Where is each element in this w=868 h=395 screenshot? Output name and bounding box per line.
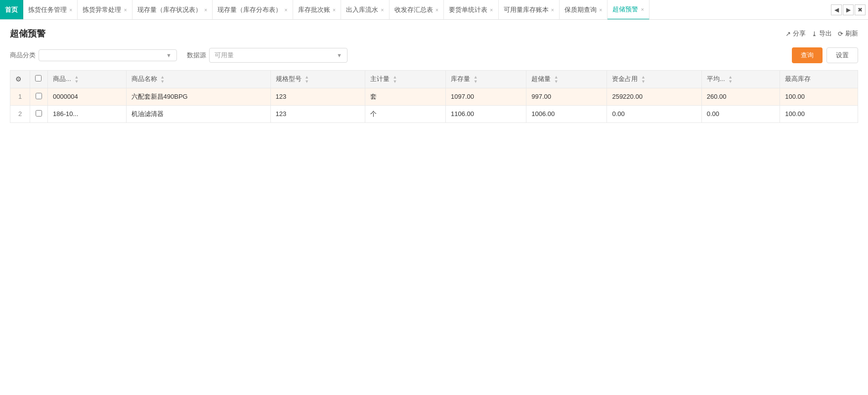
tab-stock-dist[interactable]: 现存量（库存分布表）×	[213, 0, 293, 20]
tab-close-quality[interactable]: ×	[599, 7, 602, 13]
col-settings[interactable]: ⚙	[10, 71, 30, 88]
goods-code-1: 186-10...	[48, 105, 127, 122]
tab-recv-send[interactable]: 收发存汇总表×	[390, 0, 444, 20]
tab-label-order-stat: 要货单统计表	[449, 5, 487, 14]
sort-icon-capital: ▲▼	[641, 75, 646, 84]
spec-1: 123	[270, 105, 365, 122]
datasource-select-value: 可用量	[215, 51, 234, 60]
row-checkbox-1[interactable]	[36, 110, 42, 117]
tab-close-recv-send[interactable]: ×	[435, 7, 438, 13]
tab-next-button[interactable]: ▶	[843, 4, 854, 15]
tab-io-flow[interactable]: 出入库流水×	[341, 0, 389, 20]
col-goods-code-label: 商品...	[53, 75, 71, 82]
sort-icon-goods-code: ▲▼	[74, 75, 79, 84]
tab-task-mgmt[interactable]: 拣货任务管理×	[23, 0, 78, 20]
tab-close-stock-status[interactable]: ×	[204, 7, 207, 13]
unit-0: 套	[365, 88, 445, 105]
tab-home[interactable]: 首页	[0, 0, 23, 20]
category-filter: 商品分类 ▼	[10, 49, 177, 61]
col-goods-name[interactable]: 商品名称 ▲▼	[126, 71, 270, 88]
unit-1: 个	[365, 105, 445, 122]
sort-icon-goods-name: ▲▼	[160, 75, 165, 84]
category-select[interactable]: ▼	[39, 49, 177, 61]
col-unit-label: 主计量	[370, 75, 390, 82]
col-stock-label: 库存量	[451, 75, 470, 82]
refresh-label: 刷新	[845, 29, 858, 38]
refresh-action[interactable]: ⟳ 刷新	[838, 29, 858, 38]
row-num-1: 2	[10, 105, 30, 122]
tab-bar: 首页拣货任务管理×拣货异常处理×现存量（库存状况表）×现存量（库存分布表）×库存…	[0, 0, 868, 20]
max-stock-0: 100.00	[780, 88, 858, 105]
tab-quality[interactable]: 保质期查询×	[560, 0, 608, 20]
tab-close-task-mgmt[interactable]: ×	[69, 7, 72, 13]
stock-1: 1106.00	[446, 105, 526, 122]
col-capital[interactable]: 资金占用 ▲▼	[607, 71, 701, 88]
col-overstock[interactable]: 超储量 ▲▼	[526, 71, 607, 88]
avg-1: 0.00	[701, 105, 780, 122]
tab-close-stock-batch[interactable]: ×	[333, 7, 336, 13]
row-num-0: 1	[10, 88, 30, 105]
tab-close-overstock[interactable]: ×	[641, 6, 644, 12]
tab-prev-button[interactable]: ◀	[831, 4, 842, 15]
tab-label-quality: 保质期查询	[564, 5, 597, 14]
category-label: 商品分类	[10, 51, 36, 60]
refresh-icon: ⟳	[838, 30, 843, 38]
tab-close-avail-stock[interactable]: ×	[551, 7, 554, 13]
tab-avail-stock[interactable]: 可用量库存账本×	[499, 0, 560, 20]
col-unit[interactable]: 主计量 ▲▼	[365, 71, 445, 88]
tab-label-task-mgmt: 拣货任务管理	[28, 5, 67, 14]
settings-button[interactable]: 设置	[826, 47, 858, 63]
spec-0: 123	[270, 88, 365, 105]
overstock-1: 1006.00	[526, 105, 607, 122]
export-action[interactable]: ⤓ 导出	[812, 29, 832, 38]
col-stock[interactable]: 库存量 ▲▼	[446, 71, 526, 88]
goods-name-0: 六配套新昌490BPG	[126, 88, 270, 105]
sort-icon-stock: ▲▼	[474, 75, 478, 84]
col-checkbox[interactable]	[30, 71, 48, 88]
max-stock-1: 100.00	[780, 105, 858, 122]
page-title: 超储预警	[10, 28, 45, 40]
share-action[interactable]: ↗ 分享	[785, 29, 806, 38]
row-checkbox-cell-1	[30, 105, 48, 122]
tab-abnormal[interactable]: 拣货异常处理×	[78, 0, 132, 20]
tab-more-button[interactable]: ✖	[855, 4, 866, 15]
col-overstock-label: 超储量	[531, 75, 551, 82]
header-actions: ↗ 分享 ⤓ 导出 ⟳ 刷新	[785, 29, 858, 38]
filter-actions: 查询 设置	[792, 47, 858, 63]
datasource-select[interactable]: 可用量 ▼	[209, 48, 347, 63]
table-row: 2186-10...机油滤清器123个1106.001006.000.000.0…	[10, 105, 858, 122]
share-label: 分享	[793, 29, 806, 38]
tab-stock-batch[interactable]: 库存批次账×	[293, 0, 341, 20]
tab-nav-buttons: ◀ ▶ ✖	[830, 4, 868, 15]
select-all-checkbox[interactable]	[35, 75, 42, 81]
tab-label-recv-send: 收发存汇总表	[394, 5, 433, 14]
query-button[interactable]: 查询	[792, 47, 823, 63]
avg-0: 260.00	[701, 88, 780, 105]
col-goods-name-label: 商品名称	[131, 75, 157, 82]
col-spec-label: 规格型号	[276, 75, 302, 82]
stock-0: 1097.00	[446, 88, 526, 105]
tab-label-io-flow: 出入库流水	[346, 5, 378, 14]
tab-close-order-stat[interactable]: ×	[490, 7, 493, 13]
tab-close-abnormal[interactable]: ×	[124, 7, 127, 13]
page-header: 超储预警 ↗ 分享 ⤓ 导出 ⟳ 刷新	[10, 28, 858, 40]
filter-area: 商品分类 ▼ 数据源 可用量 ▼ 查询 设置	[10, 47, 858, 63]
gear-icon: ⚙	[15, 75, 22, 83]
col-max-stock[interactable]: 最高库存	[780, 71, 858, 88]
tab-close-io-flow[interactable]: ×	[381, 7, 384, 13]
col-spec[interactable]: 规格型号 ▲▼	[270, 71, 365, 88]
col-max-stock-label: 最高库存	[785, 75, 811, 82]
export-label: 导出	[819, 29, 832, 38]
row-checkbox-0[interactable]	[36, 93, 42, 99]
sort-icon-spec: ▲▼	[304, 75, 309, 84]
tab-close-stock-dist[interactable]: ×	[284, 7, 287, 13]
col-goods-code[interactable]: 商品... ▲▼	[48, 71, 127, 88]
main-content: 超储预警 ↗ 分享 ⤓ 导出 ⟳ 刷新 商品分类 ▼ 数据源	[0, 20, 868, 395]
tab-overstock[interactable]: 超储预警×	[608, 0, 649, 20]
tab-stock-status[interactable]: 现存量（库存状况表）×	[132, 0, 213, 20]
goods-code-0: 0000004	[48, 88, 127, 105]
col-avg[interactable]: 平均... ▲▼	[701, 71, 780, 88]
tab-order-stat[interactable]: 要货单统计表×	[444, 0, 498, 20]
capital-1: 0.00	[607, 105, 701, 122]
sort-icon-avg: ▲▼	[728, 75, 733, 84]
